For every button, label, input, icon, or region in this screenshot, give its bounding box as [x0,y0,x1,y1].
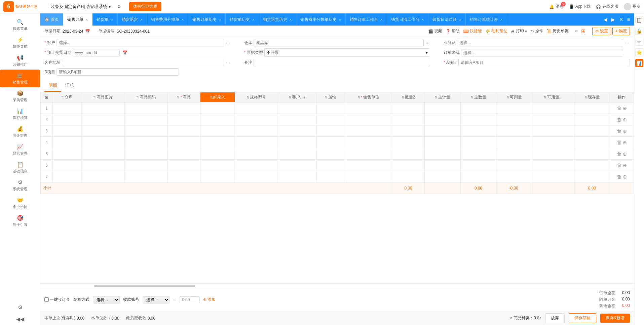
th-settings[interactable]: ⚙ [41,92,53,103]
row-stock[interactable] [574,103,610,114]
online-service-btn[interactable]: 🎧 在线客服 [596,4,618,9]
sort-icon[interactable]: ⇅ [325,95,328,99]
tab-expense-history[interactable]: 销售费用分摊单历史 ✕ [296,13,346,26]
tab-close-icon[interactable]: ✕ [252,18,255,22]
discard-btn[interactable]: 放弃 [545,313,565,323]
row-image[interactable] [81,103,124,114]
sort-icon[interactable]: ⇅ [136,95,139,99]
add-goods-btn[interactable]: + 物流 [612,27,630,35]
sidebar-item-finance[interactable]: 💰 资金管理 [0,123,40,141]
sort-icon[interactable]: ⇅ [61,95,64,99]
tab-close-icon[interactable]: ✕ [380,18,383,22]
shortcut-btn[interactable]: ⌨ 快捷键 [463,28,482,34]
a-project-input[interactable] [458,59,630,66]
warehouse-more-btn[interactable]: ··· [425,40,430,45]
calendar-icon[interactable]: 📅 [85,29,90,34]
sort-icon[interactable]: ⇅ [247,95,249,99]
method-select[interactable]: 选择... [93,296,120,303]
app-download-btn[interactable]: 📱 App下载 [569,4,591,9]
tab-close-icon[interactable]: ✕ [339,18,341,22]
copy-icon[interactable]: ⊕ [623,117,627,122]
delete-icon[interactable]: 🗑 [617,140,621,145]
grid-view-icon[interactable]: ⊞ [581,28,585,34]
profit-btn[interactable]: 🌾 毛利预估 [485,28,507,34]
delete-icon[interactable]: 🗑 [617,151,621,157]
right-panel-icon-3[interactable]: ✏ [635,38,643,46]
sidebar-item-enterprise[interactable]: 🤝 企业协同 [0,194,40,212]
settings-gear-icon[interactable]: ⚙ [114,2,124,11]
save-new-btn[interactable]: 保存&新增 [600,314,630,323]
tab-cash-workbench[interactable]: 钱货日清工作台 ✕ [387,13,428,26]
sort-icon[interactable]: ⇅ [471,95,473,99]
tab-invoice-history[interactable]: 销货单历史 ✕ [226,13,259,26]
list-view-icon[interactable]: ≡ [575,28,578,34]
tab-close-all-icon[interactable]: ✕ [618,16,624,23]
sidebar-item-sales[interactable]: 🛒 销售管理 [0,70,40,87]
tab-order-workbench[interactable]: 销售订单工作台 ✕ [346,13,387,26]
quick-order-checkbox[interactable]: 一键收订金 [44,297,70,302]
account-select[interactable]: 选择... [143,296,169,303]
settings-btn[interactable]: ⚙ 设置 [592,27,611,35]
staff-input[interactable] [457,39,623,46]
tab-cash-reconcile[interactable]: 钱货日清对账 ✕ [428,13,466,26]
sort-icon[interactable]: ⇅ [506,95,509,99]
print-btn[interactable]: 🖨 打印 ▾ [511,28,527,34]
sidebar-collapse-btn[interactable]: ◀◀ [0,313,40,325]
tab-close-icon[interactable]: ✕ [459,18,461,22]
delete-icon[interactable]: 🗑 [617,106,621,111]
staff-more-btn[interactable]: ··· [624,40,630,45]
tab-order-stats[interactable]: 销售订单统计表 ✕ [466,13,507,26]
row-unit[interactable] [345,103,392,114]
delete-icon[interactable]: 🗑 [617,163,621,168]
sort-icon[interactable]: ⇅ [93,95,96,99]
add-payment-btn[interactable]: ⊕ 添加 [203,297,216,302]
tab-close-icon[interactable]: ✕ [219,18,221,22]
tab-summary[interactable]: 汇总 [61,80,78,92]
copy-icon[interactable]: ⊕ [623,140,627,145]
row-code[interactable] [124,103,167,114]
sidebar-item-operations[interactable]: 📈 经营管理 [0,141,40,159]
tab-close-icon[interactable]: ✕ [289,18,292,22]
warehouse-input[interactable] [254,39,424,46]
delete-icon[interactable]: 🗑 [617,174,621,179]
row-product[interactable] [167,103,200,114]
sidebar-item-quicknav[interactable]: ⚡ 快捷导航 [0,34,40,52]
sidebar-item-marketing[interactable]: 📢 营销推广 [0,52,40,70]
row-attr[interactable] [316,103,345,114]
note-input[interactable] [254,59,430,66]
sidebar-item-search[interactable]: 🔍 搜索菜单 [0,16,40,34]
right-panel-icon-1[interactable]: 📋 [635,16,643,24]
copy-icon[interactable]: ⊕ [623,128,627,134]
tab-next-icon[interactable]: ▶ [610,16,616,23]
tab-close-icon[interactable]: ✕ [140,18,143,22]
tab-home[interactable]: 🏠 首页 [40,13,63,26]
horizontal-scrollbar[interactable] [40,283,634,288]
row-available[interactable] [496,103,532,114]
row-spec[interactable] [235,103,278,114]
sidebar-item-system[interactable]: ⚙ 系统管理 [0,176,40,194]
order-source-more-btn[interactable]: ··· [624,50,630,55]
copy-icon[interactable]: ⊕ [623,106,627,111]
save-draft-btn[interactable]: 保存草稿 [569,313,596,323]
tab-menu-icon[interactable]: ≡ [626,16,631,23]
delivery-calendar-icon[interactable]: 📅 [122,50,127,55]
tab-detail[interactable]: 明细 [44,80,61,92]
tab-sales-return[interactable]: 销货退货 ✕ [118,13,147,26]
tab-order-history[interactable]: 销售订单历史 ✕ [188,13,226,26]
sidebar-item-inventory[interactable]: 📊 库存核算 [0,105,40,123]
tab-close-icon[interactable]: ✕ [111,18,113,22]
sort-icon[interactable]: ⇅ [435,95,438,99]
table-settings-icon[interactable]: ⚙ [44,95,49,100]
delivery-input[interactable] [73,49,120,56]
customer-input[interactable] [56,39,224,46]
order-source-input[interactable] [461,49,623,56]
sidebar-item-tutorial[interactable]: 🎯 新手引导 [0,212,40,230]
delete-icon[interactable]: 🗑 [617,128,621,134]
amount-input[interactable] [180,296,200,303]
sidebar-item-basic-info[interactable]: 📋 基础信息 [0,159,40,176]
sidebar-settings-btn[interactable]: ⚙ [0,301,40,313]
address-input[interactable] [62,59,224,66]
tab-prev-icon[interactable]: ◀ [602,16,609,23]
user-avatar[interactable]: 用友 [624,3,641,10]
tab-close-icon[interactable]: ✕ [421,18,424,22]
